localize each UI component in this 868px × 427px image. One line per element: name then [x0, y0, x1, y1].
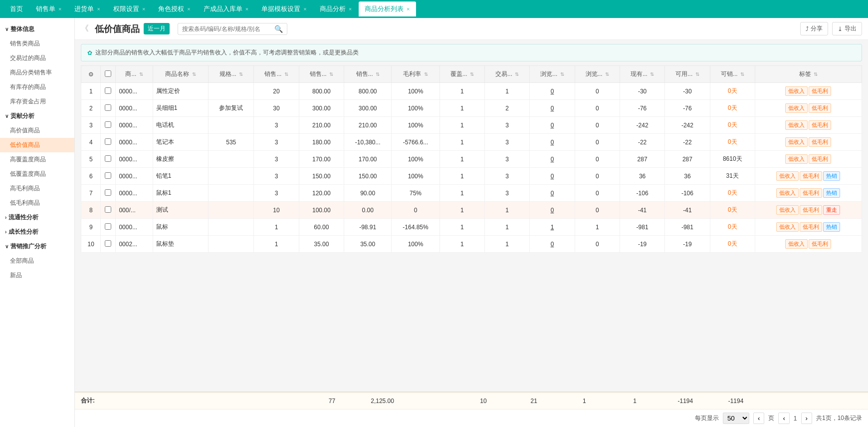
cell-cover: 1 [439, 100, 484, 117]
cell-checkbox[interactable] [101, 168, 116, 185]
th-code[interactable]: 商... ⇅ [116, 66, 153, 83]
th-s2[interactable]: 销售... ⇅ [299, 66, 344, 83]
th-spec[interactable]: 规格... ⇅ [209, 66, 254, 83]
cell-browse1[interactable]: 0 [530, 117, 575, 134]
export-button[interactable]: ⤓ 导出 [832, 22, 862, 35]
th-stock2[interactable]: 可用... ⇅ [665, 66, 710, 83]
th-browse2[interactable]: 浏览... ⇅ [575, 66, 620, 83]
row-checkbox[interactable] [105, 155, 111, 162]
th-name[interactable]: 商品名称 ⇅ [153, 66, 208, 83]
cell-browse1[interactable]: 0 [530, 236, 575, 253]
cell-s2: 210.00 [299, 117, 344, 134]
sidebar-item-high-profit[interactable]: 高毛利商品 [0, 181, 74, 196]
nav-item-sales[interactable]: 销售单× [30, 1, 67, 16]
cell-seq: 10 [81, 236, 101, 253]
sidebar-item-stocked-products[interactable]: 有库存的商品 [0, 80, 74, 94]
th-cover[interactable]: 覆盖... ⇅ [439, 66, 484, 83]
cell-days: 0天 [710, 236, 755, 253]
th-settings[interactable]: ⚙ [81, 66, 101, 83]
collapse-sidebar-button[interactable]: 《 [81, 23, 89, 34]
page-size-select[interactable]: 50 100 [723, 413, 749, 424]
row-checkbox[interactable] [105, 172, 111, 179]
sidebar-item-traded-products[interactable]: 交易过的商品 [0, 51, 74, 65]
th-browse1[interactable]: 浏览... ⇅ [530, 66, 575, 83]
cell-stock2: -41 [665, 202, 710, 219]
row-checkbox[interactable] [105, 240, 111, 247]
tag-低收入: 低收入 [785, 103, 808, 113]
cell-checkbox[interactable] [101, 134, 116, 151]
nav-home[interactable]: 首页 [4, 1, 29, 16]
period-button[interactable]: 近一月 [144, 23, 170, 34]
th-checkbox[interactable] [101, 66, 116, 83]
sidebar-group-growth[interactable]: › 成长性分析 [0, 225, 74, 239]
th-trade[interactable]: 交易... ⇅ [485, 66, 530, 83]
cell-stock1: -981 [620, 219, 664, 236]
row-checkbox[interactable] [105, 87, 111, 94]
sidebar-group-marketing[interactable]: ∨ 营销推广分析 [0, 239, 74, 254]
main-content: 《 低价值商品 近一月 🔍 ⤴ 分享 ⤓ 导出 ✿ 这部分商品的销售收入大幅 [75, 18, 868, 427]
sidebar-item-sales-products[interactable]: 销售类商品 [0, 36, 74, 51]
share-button[interactable]: ⤴ 分享 [800, 22, 828, 35]
next-page-button[interactable]: › [801, 413, 812, 424]
nav-item-template[interactable]: 单据模板设置× [255, 1, 312, 16]
sidebar-item-category-sales-rate[interactable]: 商品分类销售率 [0, 65, 74, 80]
prev-page-button[interactable]: ‹ [778, 413, 789, 424]
cell-browse1[interactable]: 0 [530, 100, 575, 117]
nav-item-analysis-list[interactable]: 商品分析列表× [359, 1, 416, 16]
row-checkbox[interactable] [105, 138, 111, 145]
nav-item-roles[interactable]: 角色授权× [152, 1, 196, 16]
row-checkbox[interactable] [105, 189, 111, 196]
row-checkbox[interactable] [105, 223, 111, 230]
th-s3[interactable]: 销售... ⇅ [344, 66, 392, 83]
cell-browse1[interactable]: 0 [530, 202, 575, 219]
cell-browse1[interactable]: 0 [530, 185, 575, 202]
first-page-button[interactable]: ‹ [753, 413, 764, 424]
th-days[interactable]: 可销... ⇅ [710, 66, 755, 83]
row-checkbox[interactable] [105, 206, 111, 213]
sidebar-item-low-profit[interactable]: 低毛利商品 [0, 196, 74, 210]
cell-gross: 100% [392, 117, 439, 134]
sidebar-item-new-products[interactable]: 新品 [0, 268, 74, 283]
cell-browse1[interactable]: 0 [530, 168, 575, 185]
select-all-checkbox[interactable] [105, 70, 111, 77]
th-tags[interactable]: 标签 ⇅ [755, 66, 862, 83]
cell-checkbox[interactable] [101, 100, 116, 117]
cell-trade: 1 [485, 83, 530, 100]
sidebar-item-low-coverage[interactable]: 低覆盖度商品 [0, 167, 74, 181]
cell-checkbox[interactable] [101, 117, 116, 134]
sidebar-group-overview[interactable]: ∨ 整体信息 [0, 22, 74, 36]
cell-checkbox[interactable] [101, 219, 116, 236]
table-row: 6 0000... 铅笔1 3 150.00 150.00 100% 1 3 0… [81, 168, 862, 185]
nav-item-purchase[interactable]: 进货单× [68, 1, 106, 16]
cell-browse1[interactable]: 0 [530, 151, 575, 168]
sidebar-item-high-value[interactable]: 高价值商品 [0, 123, 74, 138]
nav-item-products-in[interactable]: 产成品入库单× [198, 1, 254, 16]
sidebar-item-low-value[interactable]: 低价值商品 [0, 138, 74, 152]
cell-checkbox[interactable] [101, 236, 116, 253]
cell-checkbox[interactable] [101, 151, 116, 168]
cell-browse2: 0 [575, 168, 620, 185]
sidebar-item-all-products[interactable]: 全部商品 [0, 254, 74, 268]
cell-checkbox[interactable] [101, 202, 116, 219]
sidebar-item-stock-capital[interactable]: 库存资金占用 [0, 94, 74, 109]
th-gross[interactable]: 毛利率 ⇅ [392, 66, 439, 83]
th-s1[interactable]: 销售... ⇅ [254, 66, 299, 83]
cell-browse1[interactable]: 0 [530, 83, 575, 100]
nav-item-analysis[interactable]: 商品分析× [314, 1, 358, 16]
cell-browse1[interactable]: 0 [530, 134, 575, 151]
row-checkbox[interactable] [105, 104, 111, 111]
cell-checkbox[interactable] [101, 185, 116, 202]
th-stock1[interactable]: 现有... ⇅ [620, 66, 664, 83]
search-icon: 🔍 [274, 25, 283, 33]
sidebar-item-high-coverage[interactable]: 高覆盖度商品 [0, 152, 74, 167]
row-checkbox[interactable] [105, 121, 111, 128]
sidebar-group-liquidity[interactable]: › 流通性分析 [0, 210, 74, 225]
sidebar-group-contribution[interactable]: ∨ 贡献分析 [0, 109, 74, 123]
search-input[interactable] [182, 25, 274, 32]
cell-checkbox[interactable] [101, 83, 116, 100]
cell-browse1[interactable]: 1 [530, 219, 575, 236]
footer-cell-empty4 [256, 398, 307, 405]
cell-s2: 180.00 [299, 134, 344, 151]
table-container: ⚙ 商... ⇅ 商品名称 ⇅ 规格... ⇅ 销售... ⇅ 销售... ⇅ … [75, 65, 868, 392]
nav-item-permissions[interactable]: 权限设置× [107, 1, 151, 16]
